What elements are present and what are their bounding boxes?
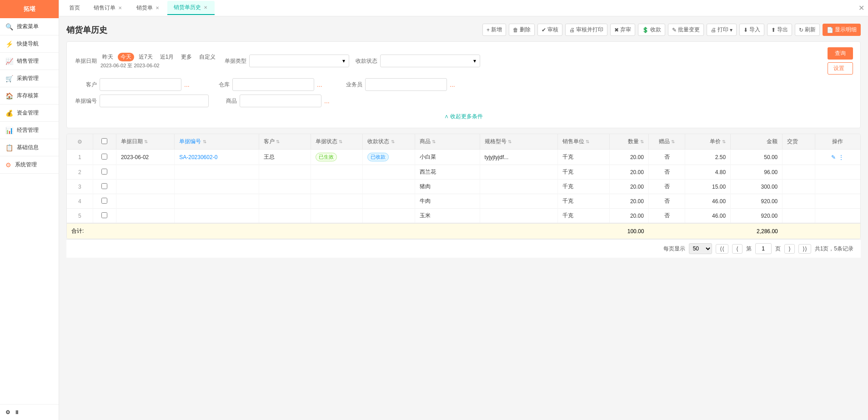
- salesperson-input[interactable]: [365, 78, 447, 91]
- row-check[interactable]: [93, 150, 116, 165]
- row-doc-status: [311, 194, 363, 209]
- row-checkbox[interactable]: [101, 154, 107, 160]
- audit-print-button[interactable]: 🖨 审核并打印: [565, 24, 607, 36]
- salesperson-dots[interactable]: ...: [450, 81, 455, 88]
- row-doc-status: [311, 165, 363, 180]
- th-spec[interactable]: 规格型号 ⇅: [480, 134, 557, 150]
- table-row: 1 2023-06-02 SA-20230602-0 王总 已生效 已收款 小白…: [67, 150, 860, 165]
- row-check[interactable]: [93, 180, 116, 194]
- add-button[interactable]: + 新增: [482, 24, 506, 36]
- first-page-btn[interactable]: ⟨⟨: [716, 244, 728, 254]
- sidebar-item-quick-nav[interactable]: ⚡ 快捷导航: [0, 35, 59, 53]
- goods-dots[interactable]: ...: [324, 97, 330, 105]
- prev-page-btn[interactable]: ⟨: [732, 244, 743, 254]
- date-tab-7days[interactable]: 近7天: [136, 53, 156, 61]
- row-checkbox[interactable]: [101, 212, 107, 218]
- delete-button[interactable]: 🗑 删除: [509, 24, 535, 36]
- row-checkbox[interactable]: [101, 169, 107, 175]
- row-check[interactable]: [93, 165, 116, 180]
- th-gift[interactable]: 赠品 ⇅: [648, 134, 685, 150]
- page-input[interactable]: [755, 243, 772, 254]
- batch-change-button[interactable]: ✎ 批量变更: [668, 24, 704, 36]
- settings-bottom-icon[interactable]: ⚙: [5, 409, 10, 415]
- query-button[interactable]: 查询: [828, 47, 853, 60]
- th-amount: 金额: [731, 134, 783, 150]
- tab-sales-goods[interactable]: 销货单 ✕: [130, 1, 166, 15]
- more-op-btn[interactable]: ⋮: [838, 154, 844, 160]
- import-button[interactable]: ⬇ 导入: [739, 24, 764, 36]
- sidebar-item-label: 经营管理: [17, 126, 39, 134]
- th-price[interactable]: 单价 ⇅: [685, 134, 731, 150]
- warehouse-dots[interactable]: ...: [317, 81, 322, 88]
- th-date[interactable]: 单据日期 ⇅: [116, 134, 174, 150]
- row-docno[interactable]: [175, 209, 259, 224]
- goods-input[interactable]: [240, 95, 321, 107]
- date-tab-custom[interactable]: 自定义: [196, 53, 218, 61]
- tab-close-sales-goods[interactable]: ✕: [155, 5, 160, 10]
- per-page-select[interactable]: 50 100 200: [689, 243, 712, 254]
- select-all-checkbox[interactable]: [101, 138, 107, 144]
- row-docno[interactable]: [175, 165, 259, 180]
- sidebar-item-inventory[interactable]: 🏠 库存核算: [0, 87, 59, 105]
- close-all-tabs[interactable]: ✕: [858, 4, 864, 12]
- last-page-btn[interactable]: ⟩⟩: [798, 244, 811, 254]
- sidebar-item-basic-info[interactable]: 📋 基础信息: [0, 139, 59, 156]
- abandon-button[interactable]: ✖ 弃审: [610, 24, 635, 36]
- tab-close-sales-order[interactable]: ✕: [117, 5, 123, 10]
- row-checkbox[interactable]: [101, 183, 107, 189]
- date-tab-today[interactable]: 今天: [118, 53, 134, 61]
- doc-type-select[interactable]: ▾: [249, 55, 349, 67]
- th-unit[interactable]: 销售单位 ⇅: [557, 134, 610, 150]
- tab-sales-history[interactable]: 销货单历史 ✕: [167, 1, 215, 15]
- row-num: 5: [67, 209, 93, 224]
- export-button[interactable]: ⬆ 导出: [767, 24, 792, 36]
- warehouse-input[interactable]: [232, 78, 314, 91]
- customer-dots[interactable]: ...: [184, 81, 190, 88]
- th-doc-status[interactable]: 单据状态 ⇅: [311, 134, 363, 150]
- th-customer[interactable]: 客户 ⇅: [259, 134, 311, 150]
- tab-sales-order[interactable]: 销售订单 ✕: [87, 1, 129, 15]
- th-docno[interactable]: 单据编号 ⇅: [175, 134, 259, 150]
- sidebar-item-sys-mgmt[interactable]: ⚙ 系统管理: [0, 156, 59, 174]
- row-goods: 牛肉: [415, 194, 480, 209]
- th-qty[interactable]: 数量 ⇅: [610, 134, 649, 150]
- print-button[interactable]: 🖨 打印 ▾: [707, 24, 737, 36]
- docno-input[interactable]: [100, 95, 209, 107]
- audit-button[interactable]: ✔ 审核: [537, 24, 562, 36]
- tab-home[interactable]: 首页: [63, 1, 86, 15]
- sidebar-item-purchase-mgmt[interactable]: 🛒 采购管理: [0, 70, 59, 87]
- date-tab-more[interactable]: 更多: [178, 53, 195, 61]
- refresh-button[interactable]: ↻ 刷新: [795, 24, 820, 36]
- row-num: 1: [67, 150, 93, 165]
- th-gear[interactable]: ⚙: [67, 134, 93, 150]
- date-tab-yesterday[interactable]: 昨天: [100, 53, 116, 61]
- row-check[interactable]: [93, 194, 116, 209]
- row-spec: [480, 194, 557, 209]
- collapse-btn[interactable]: ∧ 收起更多条件: [74, 111, 853, 122]
- setting-link[interactable]: 设置: [828, 62, 853, 75]
- collect-button[interactable]: 💲 收款: [638, 24, 665, 36]
- tab-close-sales-history[interactable]: ✕: [203, 5, 208, 10]
- row-checkbox[interactable]: [101, 198, 107, 204]
- sidebar-item-finance[interactable]: 💰 资金管理: [0, 105, 59, 122]
- pay-status-select[interactable]: ▾: [380, 55, 480, 67]
- th-pay-status[interactable]: 收款状态 ⇅: [363, 134, 415, 150]
- row-price: 4.80: [685, 165, 731, 180]
- row-docno[interactable]: SA-20230602-0: [175, 150, 259, 165]
- collect-icon: 💲: [642, 27, 649, 33]
- sidebar-item-sales-mgmt[interactable]: 📈 销售管理: [0, 53, 59, 70]
- next-page-btn[interactable]: ⟩: [784, 244, 795, 254]
- show-detail-button[interactable]: 📄 显示明细: [823, 24, 861, 36]
- pause-icon[interactable]: ⏸: [14, 409, 20, 415]
- row-docno[interactable]: [175, 194, 259, 209]
- edit-op-btn[interactable]: ✎: [831, 154, 836, 160]
- row-docno[interactable]: [175, 180, 259, 194]
- sidebar-item-search-menu[interactable]: 🔍 搜索菜单: [0, 18, 59, 35]
- th-goods[interactable]: 商品 ⇅: [415, 134, 480, 150]
- date-tab-1month[interactable]: 近1月: [157, 53, 177, 61]
- th-check[interactable]: [93, 134, 116, 150]
- row-check[interactable]: [93, 209, 116, 224]
- docno-link[interactable]: SA-20230602-0: [179, 154, 217, 160]
- sidebar-item-operations[interactable]: 📊 经营管理: [0, 122, 59, 139]
- customer-input[interactable]: [100, 78, 181, 91]
